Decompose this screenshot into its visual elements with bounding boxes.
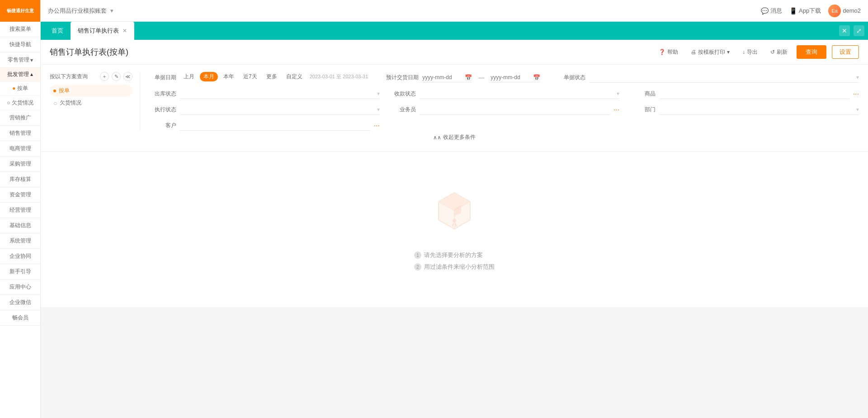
sidebar-item-basics[interactable]: 基础信息 bbox=[0, 218, 40, 233]
expected-date-start: 📅 bbox=[422, 73, 472, 82]
sidebar-item-app-center[interactable]: 应用中心 bbox=[0, 280, 40, 295]
empty-hint-2: 2 用过滤条件来缩小分析范围 bbox=[414, 263, 495, 271]
delivery-status-select[interactable]: ▾ bbox=[180, 89, 380, 99]
app-download-icon: 📱 bbox=[789, 7, 797, 14]
print-btn[interactable]: 🖨 按模板打印 ▾ bbox=[687, 47, 733, 58]
topbar-right: 💬 消息 📱 App下载 Ea demo2 bbox=[761, 5, 861, 17]
payment-status-select[interactable]: ▾ bbox=[420, 89, 619, 99]
collapse-label: 收起更多条件 bbox=[443, 133, 476, 141]
date-label: 单据日期 bbox=[149, 74, 176, 81]
app-download-btn[interactable]: 📱 App下载 bbox=[789, 7, 821, 15]
filter-area: 按以下方案查询 + ✎ ≪ 按单 ○ 欠货情况 bbox=[41, 65, 868, 151]
department-select[interactable]: ▾ bbox=[659, 104, 859, 115]
user-name: demo2 bbox=[843, 7, 861, 14]
filter-sidebar-actions: + ✎ ≪ bbox=[100, 72, 132, 81]
scheme-backorder[interactable]: ○ 欠货情况 bbox=[50, 97, 132, 109]
message-icon: 💬 bbox=[761, 7, 769, 14]
date-btn-last-month[interactable]: 上月 bbox=[180, 72, 198, 81]
sidebar-item-member[interactable]: 畅会员 bbox=[0, 310, 40, 326]
expected-date-end-input[interactable] bbox=[491, 74, 531, 81]
sidebar-item-sales[interactable]: 销售管理 bbox=[0, 126, 40, 141]
page-content: 销售订单执行表(按单) ❓ 帮助 🖨 按模板打印 ▾ ↓ 导出 ↺ 刷新 bbox=[41, 40, 868, 418]
export-icon: ↓ bbox=[742, 49, 745, 55]
sidebar: 畅捷通好生意 搜索菜单 快捷导航 零售管理 ▾ 批发管理 ▴ ● 按单 ○ 欠货… bbox=[0, 0, 41, 418]
calendar-start-icon[interactable]: 📅 bbox=[465, 74, 472, 81]
topbar-left: 办公用品行业模拟账套 ▾ bbox=[48, 7, 113, 15]
payment-dropdown-icon: ▾ bbox=[617, 90, 619, 97]
scheme-by-order[interactable]: 按单 bbox=[50, 85, 132, 97]
close-icon: ✕ bbox=[842, 27, 847, 34]
sidebar-item-system[interactable]: 系统管理 bbox=[0, 233, 40, 249]
close-window-btn[interactable]: ✕ bbox=[839, 25, 850, 36]
date-btn-more[interactable]: 更多 bbox=[263, 72, 281, 81]
inactive-icon: ○ bbox=[53, 100, 57, 107]
salesperson-input[interactable] bbox=[420, 104, 610, 115]
dropdown-icon[interactable]: ▾ bbox=[110, 7, 113, 14]
sidebar-item-finance[interactable]: 资金管理 bbox=[0, 187, 40, 203]
sidebar-item-marketing[interactable]: 营销推广 bbox=[0, 110, 40, 126]
sidebar-item-purchase[interactable]: 采购管理 bbox=[0, 157, 40, 172]
collapse-scheme-btn[interactable]: ≪ bbox=[123, 72, 132, 81]
page-actions: ❓ 帮助 🖨 按模板打印 ▾ ↓ 导出 ↺ 刷新 查询 设置 bbox=[655, 45, 859, 59]
date-btn-this-year[interactable]: 本年 bbox=[220, 72, 238, 81]
empty-hint-1: 1 请先选择要分析的方案 bbox=[414, 251, 495, 259]
settings-button[interactable]: 设置 bbox=[832, 45, 859, 59]
tabbar-actions: ✕ ⤢ bbox=[839, 25, 864, 36]
status-select[interactable]: ▾ bbox=[589, 72, 859, 83]
help-btn[interactable]: ❓ 帮助 bbox=[655, 47, 682, 58]
page-title: 销售订单执行表(按单) bbox=[50, 47, 128, 57]
customer-input[interactable] bbox=[180, 120, 370, 131]
edit-scheme-btn[interactable]: ✎ bbox=[112, 72, 121, 81]
filter-department: 部门 ▾ bbox=[628, 104, 859, 115]
add-scheme-btn[interactable]: + bbox=[100, 72, 109, 81]
date-btn-custom[interactable]: 自定义 bbox=[283, 72, 306, 81]
search-button[interactable]: 查询 bbox=[797, 45, 826, 59]
expected-date-start-input[interactable] bbox=[422, 74, 463, 81]
empty-illustration bbox=[432, 188, 477, 242]
sidebar-item-inventory[interactable]: 库存核算 bbox=[0, 172, 40, 187]
sidebar-item-wholesale[interactable]: 批发管理 ▴ bbox=[0, 68, 40, 81]
sidebar-item-new-guide[interactable]: 新手引导 bbox=[0, 264, 40, 280]
tab-close-icon[interactable]: ✕ bbox=[123, 28, 127, 34]
product-label: 商品 bbox=[628, 90, 656, 98]
user-menu[interactable]: Ea demo2 bbox=[828, 5, 861, 17]
filter-delivery-status: 出库状态 ▾ bbox=[149, 89, 380, 99]
status-label: 单据状态 bbox=[558, 74, 585, 81]
message-btn[interactable]: 💬 消息 bbox=[761, 7, 782, 15]
sidebar-sub-item-backorder[interactable]: ○ 欠货情况 bbox=[0, 96, 40, 110]
product-input[interactable] bbox=[659, 89, 849, 99]
sidebar-item-ecommerce[interactable]: 电商管理 bbox=[0, 141, 40, 157]
customer-picker-icon[interactable]: ··· bbox=[374, 122, 380, 130]
date-btn-this-month[interactable]: 本月 bbox=[200, 72, 218, 81]
exec-status-select[interactable]: ▾ bbox=[180, 104, 380, 115]
sidebar-item-retail[interactable]: 零售管理 ▾ bbox=[0, 52, 40, 68]
calendar-end-icon[interactable]: 📅 bbox=[533, 74, 540, 81]
date-separator: — bbox=[476, 74, 487, 81]
filter-grid-row2: 出库状态 ▾ 收款状态 ▾ bbox=[149, 89, 859, 99]
sidebar-item-operations[interactable]: 经营管理 bbox=[0, 203, 40, 218]
tab-sales-order[interactable]: 销售订单执行表 ✕ bbox=[71, 22, 134, 40]
exec-status-label: 执行状态 bbox=[149, 106, 176, 114]
sidebar-item-corp-collab[interactable]: 企业协同 bbox=[0, 249, 40, 264]
date-btn-7days[interactable]: 近7天 bbox=[240, 72, 261, 81]
active-dot bbox=[53, 90, 56, 92]
delivery-dropdown-icon: ▾ bbox=[377, 90, 380, 97]
topbar: 办公用品行业模拟账套 ▾ 💬 消息 📱 App下载 Ea demo2 bbox=[41, 0, 868, 22]
content-area: 1 请先选择要分析的方案 2 用过滤条件来缩小分析范围 bbox=[41, 152, 868, 307]
sidebar-item-quick-nav[interactable]: 快捷导航 bbox=[0, 37, 40, 52]
print-dropdown-icon: ▾ bbox=[727, 49, 730, 55]
product-picker-icon[interactable]: ··· bbox=[853, 90, 859, 98]
filter-salesperson: 业务员 ··· bbox=[389, 104, 619, 115]
salesperson-label: 业务员 bbox=[389, 106, 416, 114]
department-dropdown-icon: ▾ bbox=[856, 106, 859, 113]
sidebar-sub-item-by-order[interactable]: ● 按单 bbox=[0, 81, 40, 96]
sidebar-item-wechat[interactable]: 企业微信 bbox=[0, 295, 40, 310]
expand-window-btn[interactable]: ⤢ bbox=[854, 25, 864, 36]
sidebar-search[interactable]: 搜索菜单 bbox=[0, 22, 40, 37]
salesperson-picker-icon[interactable]: ··· bbox=[613, 106, 619, 114]
tab-home[interactable]: 首页 bbox=[44, 22, 71, 40]
refresh-btn[interactable]: ↺ 刷新 bbox=[767, 47, 791, 58]
export-btn[interactable]: ↓ 导出 bbox=[739, 47, 761, 58]
collapse-btn[interactable]: ∧∧ 收起更多条件 bbox=[50, 131, 859, 144]
payment-status-label: 收款状态 bbox=[389, 90, 416, 98]
